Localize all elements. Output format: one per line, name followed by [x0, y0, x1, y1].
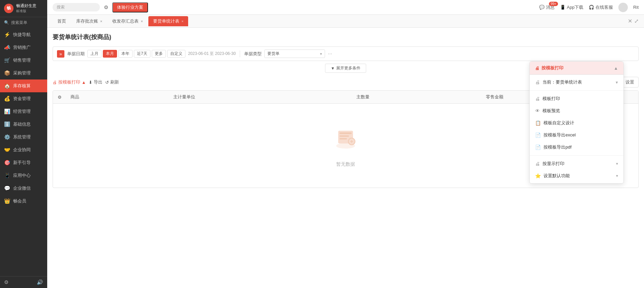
- sidebar-item-purchase[interactable]: 📦 采购管理: [0, 67, 47, 79]
- user-name[interactable]: Rit: [633, 5, 639, 10]
- tab-batch-account[interactable]: 库存批次账 ×: [71, 16, 107, 26]
- nav-icon-purchase: 📦: [4, 70, 10, 76]
- dropdown-item-template-design[interactable]: 📋 模板自定义设计: [530, 117, 623, 129]
- main-area: 搜索 ⚙ 体验行业方案 💬 消息 99+ 📱 App下载 🎧 在线客服 Rit …: [47, 0, 644, 288]
- type-select[interactable]: 要货单 ▾: [264, 50, 325, 58]
- topbar: 搜索 ⚙ 体验行业方案 💬 消息 99+ 📱 App下载 🎧 在线客服 Rit: [47, 0, 644, 15]
- online-service-label: 在线客服: [595, 4, 613, 10]
- svg-rect-3: [340, 135, 349, 137]
- date-btn-last-month[interactable]: 上月: [87, 50, 101, 58]
- tab-receipt-summary[interactable]: 收发存汇总表 ×: [108, 16, 147, 26]
- print-template-arrow: ▲: [82, 80, 86, 85]
- tab-home[interactable]: 首页: [53, 16, 71, 26]
- nav-icon-finance: 💰: [4, 96, 10, 102]
- dropdown-header: 🖨 按模板打印 ▲: [530, 62, 623, 75]
- message-item[interactable]: 💬 消息 99+: [539, 4, 555, 10]
- dropdown-item-display-print[interactable]: 🖨 按显示打印 ▾: [530, 158, 623, 170]
- dropdown-item-template-print[interactable]: 🖨 模板打印: [530, 93, 623, 105]
- settings-icon[interactable]: ⚙: [4, 279, 8, 285]
- dropdown-item-template-pdf[interactable]: 📄 按模板导出pdf: [530, 141, 623, 153]
- empty-text: 暂无数据: [336, 161, 355, 167]
- dropdown-collapse-btn[interactable]: ▲: [614, 66, 618, 71]
- date-btn-this-year[interactable]: 本年: [118, 50, 133, 58]
- online-service-icon: 🎧: [589, 5, 594, 10]
- refresh-icon: ↺: [105, 80, 109, 85]
- expand-more-icon: ▼: [331, 66, 335, 71]
- sidebar-item-guide[interactable]: 🎯 新手引导: [0, 156, 47, 169]
- sidebar-item-wechat[interactable]: 💬 企业微信: [0, 182, 47, 195]
- item-display-print-icon: 🖨: [535, 161, 540, 166]
- tabs-bar: 首页 库存批次账 × 收发存汇总表 × 要货单统计表 × ✕ ⤢: [47, 15, 644, 28]
- filter-expand-button[interactable]: »: [57, 50, 64, 58]
- tabs-maximize-btn[interactable]: ⤢: [634, 18, 639, 24]
- sidebar-label-sales: 销售管理: [13, 57, 31, 63]
- item-template-design-icon: 📋: [535, 120, 541, 126]
- sidebar-item-inventory[interactable]: 🏠 库存核算: [0, 79, 47, 92]
- col-qty: 主数量: [352, 91, 482, 104]
- app-download-label: App下载: [567, 4, 583, 10]
- date-btn-7days[interactable]: 近7天: [134, 50, 150, 58]
- print-dropdown: 🖨 按模板打印 ▲ 🖨 当前：要货单统计表 ▾ 🖨 模板打印: [529, 61, 624, 184]
- item-template-excel-label: 按模板导出excel: [544, 132, 618, 138]
- filter-ellipsis[interactable]: ···: [328, 51, 332, 57]
- sidebar-search[interactable]: 🔍 搜索菜单: [0, 17, 47, 28]
- refresh-label: 刷新: [110, 79, 119, 85]
- expand-more-button[interactable]: ▼ 展开更多条件: [325, 64, 366, 73]
- dropdown-item-template-preview[interactable]: 👁 模板预览: [530, 105, 623, 117]
- topbar-search[interactable]: 搜索: [53, 3, 100, 11]
- date-btn-custom[interactable]: 自定义: [167, 50, 185, 58]
- tab-order-stats[interactable]: 要货单统计表 ×: [148, 16, 188, 26]
- sidebar-item-enterprise[interactable]: 🤝 企业协同: [0, 143, 47, 156]
- topbar-gear-icon[interactable]: ⚙: [104, 4, 108, 10]
- logo-subtitle: 标准版: [16, 9, 36, 13]
- print-template-label: 按模板打印: [58, 79, 80, 85]
- sidebar-item-finance[interactable]: 💰 资金管理: [0, 92, 47, 105]
- dropdown-item-template-excel[interactable]: 📄 按模板导出excel: [530, 129, 623, 141]
- dropdown-item-set-default[interactable]: ⭐ 设置默认功能 ▾: [530, 170, 623, 182]
- current-template-item[interactable]: 🖨 当前：要货单统计表 ▾: [530, 76, 623, 88]
- item-display-print-label: 按显示打印: [543, 161, 613, 167]
- sidebar-label-wechat: 企业微信: [13, 185, 31, 191]
- sidebar-label-operations: 经营管理: [13, 108, 31, 115]
- audio-icon[interactable]: 🔊: [37, 279, 43, 285]
- sidebar-item-vip[interactable]: 👑 畅会员: [0, 195, 47, 207]
- date-btn-more[interactable]: 更多: [152, 50, 166, 58]
- nav-icon-inventory: 🏠: [4, 83, 10, 89]
- page-title: 要货单统计表(按商品): [53, 33, 639, 41]
- type-select-value: 要货单: [267, 51, 280, 57]
- sidebar-item-app-center[interactable]: 📱 应用中心: [0, 169, 47, 182]
- sidebar-logo: 畅 畅通好生意 标准版: [0, 0, 47, 17]
- col-settings[interactable]: ⚙: [53, 91, 66, 104]
- filter-divider: [240, 51, 240, 57]
- tab-order-stats-close[interactable]: ×: [181, 19, 183, 23]
- col-unit: 主计量单位: [169, 91, 352, 104]
- item-template-pdf-icon: 📄: [535, 145, 541, 150]
- nav-icon-quick-nav: ⚡: [4, 32, 10, 38]
- trial-button[interactable]: 体验行业方案: [112, 2, 148, 12]
- sidebar-nav: ⚡ 快捷导航 📣 营销推广 🛒 销售管理 📦 采购管理 🏠 库存核算 💰 资金管…: [0, 28, 47, 276]
- nav-icon-vip: 👑: [4, 198, 10, 204]
- user-avatar: [618, 3, 628, 12]
- item-template-pdf-label: 按模板导出pdf: [544, 144, 618, 150]
- sidebar-label-basic: 基础信息: [13, 121, 31, 127]
- sidebar-label-system: 系统管理: [13, 134, 31, 140]
- sidebar-item-system[interactable]: ⚙️ 系统管理: [0, 131, 47, 143]
- export-button[interactable]: ⬇ 导出: [89, 79, 103, 85]
- tab-batch-account-close[interactable]: ×: [100, 19, 102, 23]
- app-download-item[interactable]: 📱 App下载: [560, 4, 583, 10]
- print-template-button[interactable]: 🖨 按模板打印 ▲: [53, 79, 86, 85]
- topbar-search-text: 搜索: [57, 5, 65, 9]
- date-btn-this-month[interactable]: 本月: [103, 50, 117, 58]
- sidebar-label-finance: 资金管理: [13, 96, 31, 102]
- empty-icon: [332, 124, 359, 156]
- item-set-default-arrow: ▾: [616, 173, 618, 178]
- refresh-button[interactable]: ↺ 刷新: [105, 79, 119, 85]
- online-service-item[interactable]: 🎧 在线客服: [589, 4, 613, 10]
- sidebar-item-sales[interactable]: 🛒 销售管理: [0, 54, 47, 67]
- sidebar-item-marketing[interactable]: 📣 营销推广: [0, 41, 47, 54]
- sidebar-item-operations[interactable]: 📊 经营管理: [0, 105, 47, 118]
- tabs-close-btn[interactable]: ✕: [628, 18, 632, 24]
- tab-receipt-summary-close[interactable]: ×: [141, 19, 143, 23]
- sidebar-item-basic[interactable]: ℹ️ 基础信息: [0, 118, 47, 131]
- sidebar-item-quick-nav[interactable]: ⚡ 快捷导航: [0, 28, 47, 41]
